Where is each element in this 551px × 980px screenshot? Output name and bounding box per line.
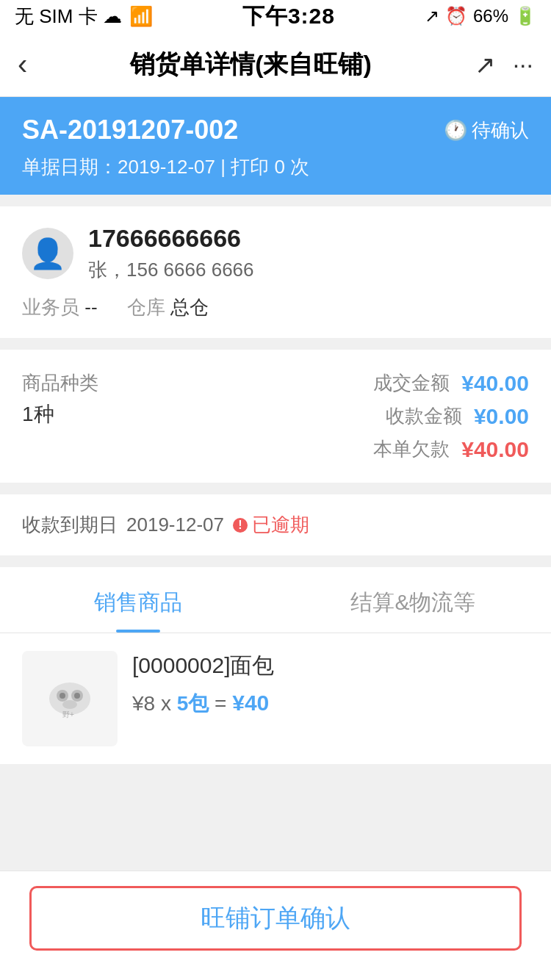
tab-bar: 销售商品 结算&物流等 (0, 567, 551, 633)
salesperson-label: 业务员 (22, 296, 79, 318)
amount-row: 成交金额 ¥40.00 (373, 370, 529, 396)
order-header-top: SA-20191207-002 🕐 待确认 (22, 115, 529, 145)
location-icon: ↗ (425, 6, 439, 26)
product-name: [0000002]面包 (132, 651, 529, 681)
summary-left: 商品种类 1种 (22, 370, 98, 428)
share-button[interactable]: ↗ (475, 50, 495, 79)
customer-section: 👤 17666666666 张，156 6666 6666 业务员 -- 仓库 … (0, 206, 551, 338)
summary-right: 成交金额 ¥40.00 收款金额 ¥0.00 本单欠款 ¥40.00 (373, 370, 529, 462)
product-info: [0000002]面包 ¥8 x 5包 = ¥40 (132, 651, 529, 746)
owe-label: 本单欠款 (373, 436, 450, 462)
sim-label: 无 SIM 卡 ☁ (15, 4, 122, 29)
status-bar: 无 SIM 卡 ☁ 📶 下午3:28 ↗ ⏰ 66% 🔋 (0, 0, 551, 32)
tab-settlement[interactable]: 结算&物流等 (276, 567, 551, 633)
salesperson-item: 业务员 -- (22, 295, 98, 320)
warehouse-item: 仓库 总仓 (127, 295, 209, 320)
product-type-label: 商品种类 (22, 370, 98, 396)
back-button[interactable]: ‹ (18, 48, 27, 81)
svg-point-3 (60, 693, 65, 699)
price-separator: = (209, 692, 232, 715)
product-item: 野+ [0000002]面包 ¥8 x 5包 = ¥40 (0, 633, 551, 764)
product-thumbnail: 野+ (22, 651, 118, 746)
due-label: 收款到期日 (22, 512, 118, 538)
product-price: ¥8 x 5包 = ¥40 (132, 690, 529, 718)
svg-point-5 (62, 700, 77, 709)
order-status: 🕐 待确认 (444, 118, 529, 143)
svg-point-4 (74, 693, 80, 699)
product-qty: 5包 (177, 692, 209, 715)
amount-label: 成交金额 (373, 370, 450, 396)
confirm-order-button[interactable]: 旺铺订单确认 (29, 886, 522, 951)
due-date-section: 收款到期日 2019-12-07 ! 已逾期 (0, 494, 551, 555)
overdue-icon: ! (233, 518, 248, 533)
clock-icon: 🕐 (444, 119, 467, 142)
more-button[interactable]: ··· (513, 50, 533, 79)
page-title: 销货单详情(来自旺铺) (130, 48, 372, 82)
product-type-value: 1种 (22, 400, 98, 428)
bottom-button-wrap: 旺铺订单确认 (0, 871, 551, 980)
tab-sales-products[interactable]: 销售商品 (0, 567, 276, 633)
nav-bar: ‹ 销货单详情(来自旺铺) ↗ ··· (0, 32, 551, 97)
tab-section: 销售商品 结算&物流等 野+ [0000002]面包 ¥8 x 5包 = ¥40 (0, 567, 551, 764)
alarm-icon: ⏰ (445, 6, 467, 26)
status-left: 无 SIM 卡 ☁ 📶 (15, 4, 153, 29)
price-text: ¥8 x (132, 692, 177, 715)
wifi-icon: 📶 (129, 5, 153, 28)
battery-icon: 🔋 (514, 6, 536, 26)
avatar: 👤 (22, 228, 73, 279)
customer-phone: 17666666666 (88, 224, 254, 253)
overdue-label: 已逾期 (252, 512, 309, 538)
status-time: 下午3:28 (242, 1, 335, 32)
svg-text:野+: 野+ (62, 710, 74, 718)
product-logo-icon: 野+ (40, 677, 99, 721)
amount-value: ¥40.00 (461, 371, 529, 396)
owe-row: 本单欠款 ¥40.00 (373, 436, 529, 462)
customer-row: 👤 17666666666 张，156 6666 6666 (22, 224, 529, 283)
customer-details: 17666666666 张，156 6666 6666 (88, 224, 254, 283)
battery-level: 66% (473, 6, 508, 26)
product-total: ¥40 (232, 691, 269, 715)
overdue-badge: ! 已逾期 (233, 512, 309, 538)
salesperson-value: -- (84, 296, 97, 318)
summary-section: 商品种类 1种 成交金额 ¥40.00 收款金额 ¥0.00 本单欠款 ¥40.… (0, 350, 551, 483)
nav-right-actions: ↗ ··· (475, 50, 533, 79)
customer-name: 张，156 6666 6666 (88, 257, 254, 283)
owe-value: ¥40.00 (461, 437, 529, 462)
order-date: 单据日期：2019-12-07 | 打印 0 次 (22, 154, 529, 180)
received-row: 收款金额 ¥0.00 (386, 403, 529, 429)
order-id: SA-20191207-002 (22, 115, 238, 145)
due-date-value: 2019-12-07 (126, 514, 224, 536)
customer-meta: 业务员 -- 仓库 总仓 (22, 295, 529, 320)
person-icon: 👤 (29, 237, 66, 271)
received-value: ¥0.00 (474, 404, 529, 429)
warehouse-label: 仓库 (127, 296, 165, 318)
warehouse-value: 总仓 (170, 296, 209, 318)
status-right: ↗ ⏰ 66% 🔋 (425, 6, 536, 26)
order-header-card: SA-20191207-002 🕐 待确认 单据日期：2019-12-07 | … (0, 97, 551, 195)
received-label: 收款金额 (386, 403, 462, 429)
status-label: 待确认 (472, 118, 529, 143)
